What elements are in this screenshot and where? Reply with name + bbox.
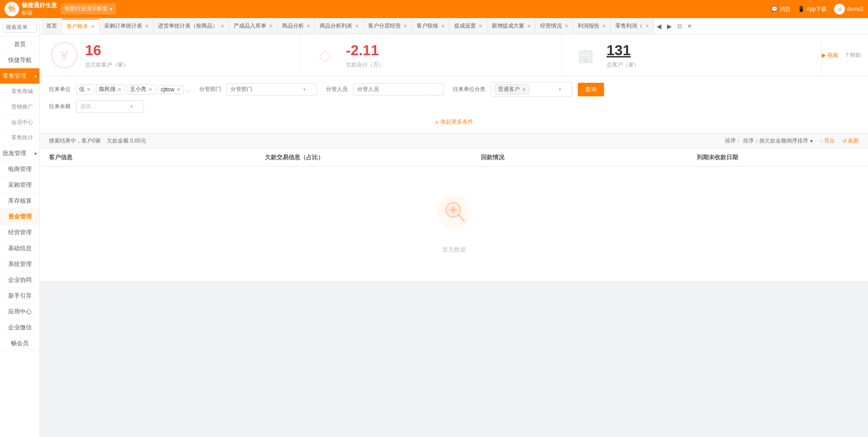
sidebar-item-ecommerce[interactable]: 电商管理: [0, 162, 39, 177]
tab-profit-report[interactable]: 利润报告 ✕: [573, 19, 611, 34]
tab-scroll-left[interactable]: ◀: [654, 23, 664, 30]
tab-close-customer-tier[interactable]: ✕: [403, 24, 407, 28]
sidebar-item-marketing[interactable]: 营销推广: [0, 100, 39, 115]
refresh-button[interactable]: ↺ 刷新: [842, 137, 859, 145]
tab-customer-tier[interactable]: 客户分层经营 ✕: [364, 19, 412, 34]
sort-select[interactable]: 排序： 排序：按欠款金额倒序排序 ▾: [725, 137, 813, 145]
stat-label-debt-amount: 欠款合计（万）: [346, 61, 384, 69]
filter-person-select[interactable]: 分管人员 ...: [353, 83, 444, 95]
tag-category-normal: 普通客户 ✕: [495, 84, 529, 95]
tab-product-analysis[interactable]: 商品分析 ✕: [278, 19, 315, 34]
filter-more-units[interactable]: ...: [186, 86, 190, 93]
sidebar-item-inventory[interactable]: 库存核算: [0, 193, 39, 209]
message-button[interactable]: 💬 消息: [771, 5, 791, 13]
tab-product-cost[interactable]: 产成品入库单 ✕: [229, 19, 278, 34]
sidebar-item-retail-mall[interactable]: 零售商城: [0, 84, 39, 100]
tab-close-product-analysis[interactable]: ✕: [307, 24, 310, 28]
filter-label-category: 往来单位分类: [453, 86, 485, 93]
app-download-button[interactable]: 📱 App下载: [798, 5, 827, 13]
tab-retail-profit[interactable]: 零售利润（ ✕: [611, 19, 654, 34]
tab-customer-contact[interactable]: 客户联络 ✕: [412, 19, 450, 34]
sidebar-item-wechat-work[interactable]: 企业微信: [0, 320, 39, 336]
sidebar-item-quick-nav[interactable]: 快捷导航: [0, 52, 39, 68]
stat-label-total-customers: 总客户（家）: [607, 61, 639, 69]
tab-close-customer-capital[interactable]: ✕: [91, 24, 95, 29]
col-header-debt: 欠款交易信息（占比）: [265, 153, 481, 162]
help-button[interactable]: ? 帮助: [845, 52, 861, 59]
sidebar-item-finance[interactable]: 资金管理: [0, 209, 39, 225]
tab-close-customer-contact[interactable]: ✕: [441, 24, 445, 28]
chevron-down-icon-dept: ▾: [303, 87, 306, 92]
result-summary: 搜索结果中，客户0家 欠款金额 0.00元: [49, 137, 146, 145]
stat-label-debt-customers: 总欠款客户（家）: [85, 61, 129, 69]
tab-scroll-right[interactable]: ▶: [664, 23, 675, 30]
tab-ops-situation[interactable]: 经营情况 ✕: [536, 19, 573, 34]
tab-close-suggest-setting[interactable]: ✕: [479, 24, 482, 28]
tab-close-new-suggest[interactable]: ✕: [527, 24, 531, 28]
sidebar-item-retail-mgmt[interactable]: 零售管理 ▾: [0, 68, 39, 84]
search-input[interactable]: [3, 22, 37, 33]
tab-product-analysis-list[interactable]: 商品分析列表 ✕: [315, 19, 364, 34]
sidebar-item-basic-info[interactable]: 基础信息: [0, 241, 39, 256]
tab-close-product-analysis-list[interactable]: ✕: [355, 24, 359, 28]
tag-unit-chen: 陈民强 ✕: [96, 84, 125, 95]
tab-close-purchase-stat[interactable]: ✕: [221, 24, 224, 28]
stat-value-total-customers: 131: [607, 42, 639, 59]
user-profile-button[interactable]: d demo2: [834, 4, 863, 14]
query-button[interactable]: 查询: [578, 83, 604, 96]
tag-close-wang[interactable]: ✕: [148, 86, 153, 93]
tab-purchase-stat-product[interactable]: 进货单统计表（按商品） ✕: [153, 19, 229, 34]
sidebar-item-vip-member[interactable]: 畅会员: [0, 336, 39, 352]
tab-close-product-cost[interactable]: ✕: [269, 24, 273, 28]
collapse-button[interactable]: ∧ 收起更多条件: [431, 116, 477, 128]
stat-value-debt-customers: 16: [85, 42, 129, 59]
tab-close-retail-profit[interactable]: ✕: [645, 24, 649, 28]
tab-close-purchase-order[interactable]: ✕: [145, 24, 149, 28]
sidebar-item-ops-mgmt[interactable]: 经营管理: [0, 225, 39, 241]
tab-close-all[interactable]: ✕: [685, 23, 695, 29]
tab-customer-capital[interactable]: 客户账本 ✕: [62, 19, 100, 34]
filter-label-dept: 分管部门: [199, 86, 221, 93]
tag-close-cjttcw[interactable]: ✕: [176, 86, 181, 93]
stat-total-debt-amount: ◇ -2.11 欠款合计（万）: [301, 34, 561, 76]
stat-icon-building: 🏢: [572, 42, 599, 69]
filter-person-more: ...: [429, 87, 432, 92]
tab-maximize[interactable]: ⊡: [675, 23, 685, 29]
tab-close-ops-situation[interactable]: ✕: [565, 24, 568, 28]
tab-purchase-order-stat[interactable]: 采购订单统计表 ✕: [100, 19, 153, 34]
video-button[interactable]: ▶ 视频: [822, 52, 838, 59]
org-selector[interactable]: 母婴行业演示帐套 ▾: [61, 3, 116, 14]
export-button[interactable]: ↑ 导出: [820, 137, 835, 145]
sidebar-item-home[interactable]: 首页: [0, 37, 39, 52]
filter-tags-unit: 伍 ✕ 陈民强 ✕ 王小亮 ✕: [76, 84, 190, 95]
sidebar-item-app-center[interactable]: 应用中心: [0, 304, 39, 320]
sidebar-item-sys-mgmt[interactable]: 系统管理: [0, 256, 39, 272]
stat-icon-diamond: ◇: [312, 42, 339, 69]
tab-home[interactable]: 首页: [42, 19, 62, 34]
help-icon: ?: [845, 52, 849, 58]
sidebar-item-enterprise[interactable]: 企业协同: [0, 272, 39, 288]
tab-new-suggest[interactable]: 新增提成方案 ✕: [487, 19, 536, 34]
filter-category-select[interactable]: 普通客户 ✕ ▾: [491, 82, 572, 97]
tag-close-chen[interactable]: ✕: [117, 86, 122, 93]
tab-close-profit-report[interactable]: ✕: [602, 24, 606, 28]
stat-info-debt-amount: -2.11 欠款合计（万）: [346, 42, 384, 68]
result-bar: 搜索结果中，客户0家 欠款金额 0.00元 排序： 排序：按欠款金额倒序排序 ▾…: [40, 133, 868, 149]
chevron-icon: ▾: [34, 74, 37, 79]
tab-suggest-setting[interactable]: 提成设置 ✕: [450, 19, 487, 34]
table-header: 客户信息 欠款交易信息（占比） 回款情况 到期未收款日期: [40, 149, 868, 166]
sidebar-item-wholesale-mgmt[interactable]: 批发管理 ▾: [0, 146, 39, 162]
result-bar-right: 排序： 排序：按欠款金额倒序排序 ▾ ↑ 导出 ↺ 刷新: [725, 137, 859, 145]
sidebar-item-new-guide[interactable]: 新手引导: [0, 288, 39, 304]
tag-close-normal-customer[interactable]: ✕: [522, 86, 526, 93]
filter-area: 往来单位 伍 ✕ 陈民强 ✕ 王小亮: [40, 76, 868, 133]
sidebar-item-member-center[interactable]: 会员中心: [0, 115, 39, 130]
sidebar-item-retail-stat[interactable]: 零售统计: [0, 130, 39, 146]
sidebar-item-purchase[interactable]: 采购管理: [0, 177, 39, 193]
tag-close-wu[interactable]: ✕: [86, 86, 91, 93]
filter-dept-select[interactable]: 分管部门 ▾: [226, 83, 317, 95]
logo-area[interactable]: 畅 畅捷通好生意 标版: [5, 2, 57, 16]
chevron-down-icon: ▾: [110, 6, 112, 12]
filter-balance-select[interactable]: 选择... ▾: [76, 100, 144, 113]
tag-unit-wu: 伍 ✕: [76, 84, 94, 95]
